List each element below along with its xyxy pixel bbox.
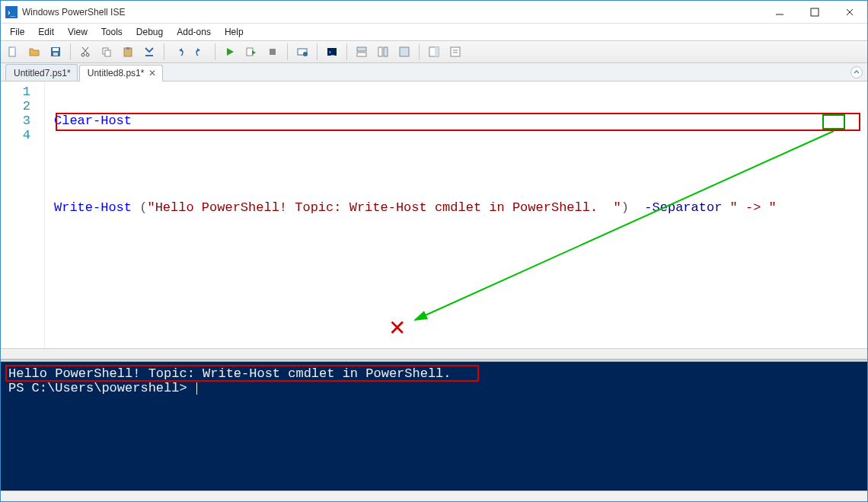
show-script-top-button[interactable] — [353, 43, 371, 61]
show-command-addon-button[interactable] — [425, 43, 443, 61]
close-icon[interactable]: ✕ — [148, 69, 156, 78]
svg-point-25 — [303, 52, 308, 56]
svg-rect-28 — [357, 47, 366, 51]
window-controls — [762, 1, 867, 23]
svg-point-9 — [81, 53, 85, 56]
menu-bar: File Edit View Tools Debug Add-ons Help — [1, 24, 867, 40]
save-button[interactable] — [46, 43, 65, 61]
copy-button[interactable] — [97, 43, 116, 61]
svg-rect-29 — [357, 53, 366, 56]
svg-rect-1 — [811, 8, 819, 16]
script-editor[interactable]: 1 2 3 4 Clear-Host Write-Host ("Hello Po… — [1, 82, 867, 348]
svg-rect-21 — [247, 48, 253, 56]
menu-view[interactable]: View — [62, 25, 94, 39]
file-tab-label: Untitled7.ps1* — [14, 68, 71, 78]
code-token: Clear-Host — [54, 114, 132, 128]
code-token: " — [730, 200, 738, 215]
stop-button[interactable] — [263, 43, 282, 61]
file-tab-label: Untitled8.ps1* — [88, 68, 145, 78]
toolbar: ›_ — [1, 40, 867, 63]
svg-rect-35 — [451, 47, 460, 56]
toolbar-separator — [419, 43, 420, 60]
toolbar-separator — [164, 43, 164, 60]
line-number-gutter: 1 2 3 4 — [1, 82, 45, 348]
clear-console-button[interactable] — [140, 43, 158, 61]
line-number: 2 — [1, 99, 30, 114]
open-file-button[interactable] — [25, 43, 43, 61]
svg-line-11 — [83, 47, 88, 53]
console-output: Hello PowerShell! Topic: Write-Host cmdl… — [8, 366, 860, 381]
menu-tools[interactable]: Tools — [95, 25, 129, 39]
redo-button[interactable] — [191, 43, 209, 61]
svg-rect-31 — [384, 47, 388, 56]
run-script-button[interactable] — [221, 43, 239, 61]
console-cursor — [196, 382, 197, 395]
app-icon: ›_ — [5, 6, 18, 18]
line-number: 4 — [1, 128, 30, 142]
show-script-max-button[interactable] — [395, 43, 413, 61]
svg-rect-16 — [126, 47, 129, 50]
console-horizontal-scrollbar[interactable] — [1, 491, 867, 501]
svg-marker-19 — [197, 48, 200, 52]
menu-addons[interactable]: Add-ons — [171, 25, 217, 39]
show-command-window-button[interactable] — [446, 43, 464, 61]
maximize-button[interactable] — [797, 1, 832, 23]
svg-rect-32 — [400, 47, 409, 56]
editor-horizontal-scrollbar[interactable] — [1, 348, 867, 359]
code-token — [722, 200, 729, 215]
title-bar: ›_ Windows PowerShell ISE — [1, 1, 867, 24]
code-token: ( — [132, 200, 147, 215]
code-token: Write-Host — [54, 200, 132, 215]
code-token: " — [769, 200, 777, 215]
menu-debug[interactable]: Debug — [130, 25, 169, 39]
code-area[interactable]: Clear-Host Write-Host ("Hello PowerShell… — [45, 82, 867, 348]
undo-button[interactable] — [170, 43, 188, 61]
console-prompt: PS C:\Users\powershell> — [8, 381, 195, 395]
svg-rect-23 — [270, 49, 276, 55]
code-token: "Hello PowerShell! Topic: Write-Host cmd… — [147, 200, 621, 215]
svg-rect-8 — [53, 53, 58, 56]
line-number: 1 — [1, 85, 30, 99]
toolbar-separator — [346, 43, 347, 60]
show-script-right-button[interactable] — [374, 43, 392, 61]
toolbar-separator — [70, 43, 71, 60]
toolbar-separator — [215, 43, 215, 60]
window-title: Windows PowerShell ISE — [22, 7, 125, 18]
close-button[interactable] — [832, 1, 867, 23]
menu-help[interactable]: Help — [219, 25, 250, 39]
svg-rect-30 — [378, 47, 382, 56]
toolbar-separator — [317, 43, 318, 60]
file-tab-untitled7[interactable]: Untitled7.ps1* — [5, 64, 78, 81]
code-token: -Separator — [644, 200, 722, 215]
svg-text:›_: ›_ — [329, 49, 335, 56]
svg-marker-18 — [179, 48, 182, 52]
minimize-button[interactable] — [762, 1, 797, 23]
paste-button[interactable] — [119, 43, 137, 61]
cut-button[interactable] — [76, 43, 94, 61]
new-file-button[interactable] — [4, 43, 22, 61]
svg-line-12 — [82, 47, 88, 53]
new-remote-tab-button[interactable] — [293, 43, 311, 61]
svg-marker-20 — [227, 48, 234, 56]
line-number: 3 — [1, 114, 30, 128]
collapse-script-pane-button[interactable] — [850, 66, 863, 78]
toolbar-separator — [287, 43, 288, 60]
file-tabs: Untitled7.ps1* Untitled8.ps1* ✕ — [1, 63, 867, 82]
svg-rect-7 — [53, 48, 59, 51]
menu-edit[interactable]: Edit — [32, 25, 60, 39]
console-pane[interactable]: Hello PowerShell! Topic: Write-Host cmdl… — [1, 362, 867, 491]
svg-rect-14 — [105, 50, 110, 56]
svg-marker-22 — [252, 50, 256, 55]
svg-rect-34 — [435, 47, 439, 56]
menu-file[interactable]: File — [4, 25, 30, 39]
code-token: ) — [621, 200, 645, 215]
run-selection-button[interactable] — [242, 43, 260, 61]
start-powershell-button[interactable]: ›_ — [323, 43, 341, 61]
code-token: -> — [738, 200, 769, 215]
svg-point-10 — [86, 53, 89, 56]
file-tab-untitled8[interactable]: Untitled8.ps1* ✕ — [79, 65, 164, 82]
